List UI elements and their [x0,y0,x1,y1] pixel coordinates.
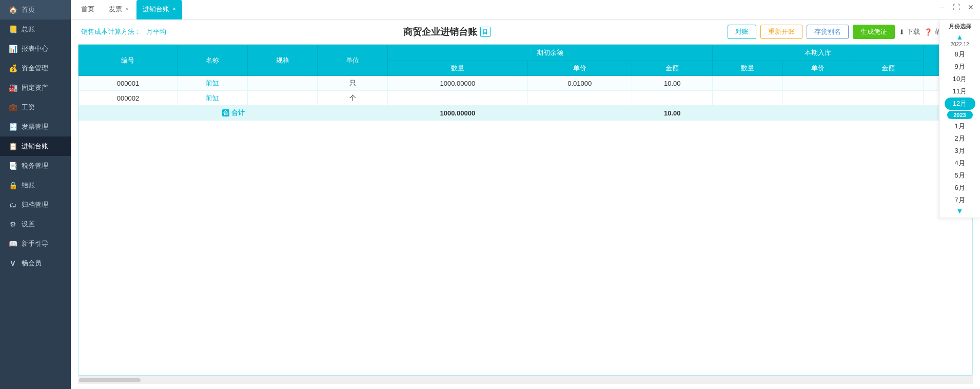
home-icon: 🏠 [8,5,17,14]
col-qi-price: 单价 [527,61,632,76]
col-name: 名称 [177,45,247,76]
cost-method: 销售成本计算方法： 月平均 [78,27,166,36]
cell-in-amount [853,76,923,91]
cell-in-price [783,91,853,106]
month-scroll-down[interactable]: ▼ [954,206,966,216]
month-10[interactable]: 10月 [939,73,980,85]
total-qi-amount: 10.00 [632,106,713,121]
col-group-qichu: 期初余额 [388,45,713,61]
data-table-wrap: 编号 名称 规格 单位 期初余额 本期入库 数 数量 单价 金额 数量 单价 [78,44,973,376]
month-2[interactable]: 2月 [939,132,980,145]
toolbar: 对账 重新开账 存货别名 生成凭证 ⬇ 下载 ❓ 帮助 ↻ 刷新 [728,25,973,39]
table-row[interactable]: 000002 前缸 个 [79,91,972,106]
chongxin-button[interactable]: 重新开账 [760,25,802,39]
settings-icon: ⚙ [8,220,17,229]
sidebar-item-vip[interactable]: V 畅会员 [0,254,71,273]
sidebar-item-fixed-assets[interactable]: 🏭 固定资产 [0,78,71,98]
cell-unit: 个 [318,91,388,106]
sidebar-item-general-ledger[interactable]: 📒 总账 [0,20,71,39]
help-icon: ❓ [924,28,932,36]
month-5[interactable]: 5月 [939,169,980,182]
col-qi-qty: 数量 [388,61,527,76]
cell-name: 前缸 [177,91,247,106]
main-area: 首页 发票 × 进销台账 × – ⛶ ✕ 销售成本计算方法： 月平均 商贸企业进… [71,0,980,389]
cell-code: 000001 [79,76,178,91]
sidebar-item-reports[interactable]: 📊 报表中心 [0,39,71,59]
scrollbar-thumb[interactable] [79,378,141,382]
close-account-icon: 🔒 [8,181,17,190]
month-7[interactable]: 7月 [939,194,980,206]
cell-spec [247,76,318,91]
sidebar-item-settings[interactable]: ⚙ 设置 [0,215,71,234]
ledger-icon: 📒 [8,25,17,34]
month-panel-title: 月份选择 [949,22,971,31]
month-1[interactable]: 1月 [939,120,980,132]
cell-in-price [783,76,853,91]
month-8[interactable]: 8月 [939,48,980,61]
page-title: 商贸企业进销台账 目 [403,26,491,38]
col-qi-amount: 金额 [632,61,713,76]
month-12[interactable]: 12月 [945,98,975,110]
window-controls: – ⛶ ✕ [937,2,976,12]
shengcheng-button[interactable]: 生成凭证 [853,25,895,39]
total-in-amount [853,106,923,121]
duizhang-button[interactable]: 对账 [728,25,756,39]
tab-bar: 首页 发票 × 进销台账 × – ⛶ ✕ [71,0,980,20]
guide-icon: 📖 [8,239,17,248]
sidebar-item-tax[interactable]: 📑 税务管理 [0,156,71,176]
cell-qi-price [527,91,632,106]
page-header: 销售成本计算方法： 月平均 商贸企业进销台账 目 对账 重新开账 存货别名 生成… [78,25,973,39]
page-title-icon[interactable]: 目 [480,27,491,37]
tab-invoice-close[interactable]: × [125,6,128,12]
col-in-amount: 金额 [853,61,923,76]
table-row[interactable]: 000001 前缸 只 1000.00000 0.01000 10.00 [79,76,972,91]
sidebar-item-close[interactable]: 🔒 结账 [0,176,71,195]
window-maximize-button[interactable]: ⛶ [951,2,962,12]
month-11[interactable]: 11月 [939,85,980,98]
year-2023-marker: 2023 [947,111,973,119]
month-9[interactable]: 9月 [939,61,980,73]
tab-purchase-sales-close[interactable]: × [172,6,175,12]
year-2022-badge: 2022.12 [950,42,969,47]
col-in-price: 单价 [783,61,853,76]
funds-icon: 💰 [8,64,17,73]
total-qi-qty: 1000.00000 [388,106,527,121]
horizontal-scrollbar[interactable] [78,376,973,384]
sidebar-item-guide[interactable]: 📖 新手引导 [0,234,71,254]
sidebar-item-invoice-mgmt[interactable]: 🧾 发票管理 [0,117,71,137]
tax-icon: 📑 [8,161,17,170]
tab-invoice[interactable]: 发票 × [103,0,134,20]
vip-icon: V [8,259,17,268]
month-6[interactable]: 6月 [939,182,980,194]
window-minimize-button[interactable]: – [937,2,947,12]
cell-spec [247,91,318,106]
cell-unit: 只 [318,76,388,91]
sidebar: 🏠 首页 📒 总账 📊 报表中心 💰 资金管理 🏭 固定资产 💼 工资 🧾 发票… [0,0,71,389]
col-in-qty: 数量 [713,61,783,76]
cell-qi-amount: 10.00 [632,76,713,91]
total-icon: 合 [222,109,229,116]
cell-code: 000002 [79,91,178,106]
tab-home[interactable]: 首页 [75,0,101,20]
download-button[interactable]: ⬇ 下载 [899,27,920,36]
sidebar-item-home[interactable]: 🏠 首页 [0,0,71,20]
total-in-qty [713,106,783,121]
sidebar-item-purchase-sales[interactable]: 📋 进销台账 [0,137,71,156]
sidebar-item-archive[interactable]: 🗂 归档管理 [0,195,71,215]
month-panel: 月份选择 ▲ 2022.12 8月 9月 10月 11月 12月 2023 1月… [939,20,980,218]
cell-in-amount [853,91,923,106]
month-3[interactable]: 3月 [939,145,980,157]
cunwei-button[interactable]: 存货别名 [807,25,849,39]
window-close-button[interactable]: ✕ [966,2,976,12]
reports-icon: 📊 [8,44,17,53]
sidebar-item-payroll[interactable]: 💼 工资 [0,98,71,117]
total-qi-price [527,106,632,121]
total-label: 合 合计 [79,106,388,121]
cell-qi-qty [388,91,527,106]
sidebar-item-funds[interactable]: 💰 资金管理 [0,59,71,78]
month-4[interactable]: 4月 [939,157,980,169]
col-code: 编号 [79,45,178,76]
month-scroll-up[interactable]: ▲ [954,32,966,42]
tab-purchase-sales[interactable]: 进销台账 × [136,0,182,20]
content-area: 销售成本计算方法： 月平均 商贸企业进销台账 目 对账 重新开账 存货别名 生成… [71,20,980,389]
